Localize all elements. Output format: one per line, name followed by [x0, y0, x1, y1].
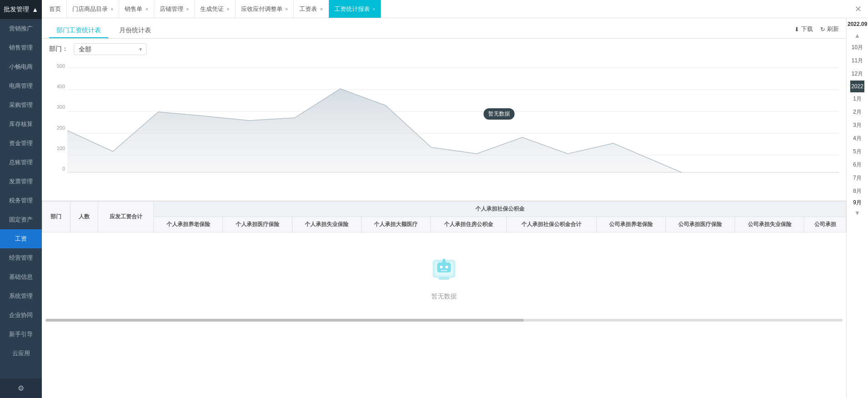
- tab-close-icon-生成凭证[interactable]: ×: [227, 6, 229, 12]
- month-3月[interactable]: 3月: [850, 119, 864, 132]
- table-section[interactable]: 部门 人数 应发工资合计 个人承担社保公积金 个人承担养老保险个人承担医疗保险个…: [42, 201, 846, 398]
- svg-point-15: [445, 266, 448, 268]
- sidebar-title: 批发管理: [4, 5, 29, 14]
- tab-close-icon-工资表[interactable]: ×: [320, 6, 323, 12]
- month-7月[interactable]: 7月: [850, 171, 864, 185]
- sidebar-item-发票管理[interactable]: 发票管理: [0, 172, 42, 191]
- sidebar-item-基础信息[interactable]: 基础信息: [0, 267, 42, 287]
- month-1月[interactable]: 1月: [850, 92, 864, 106]
- col-个人承担失业保险: 个人承担失业保险: [292, 217, 361, 232]
- tab-close-icon-应收应付调整单[interactable]: ×: [285, 6, 288, 12]
- empty-text: 暂无数据: [431, 292, 457, 301]
- month-6月[interactable]: 6月: [850, 158, 864, 171]
- tab-工资表[interactable]: 工资表×: [294, 0, 328, 18]
- right-panel: 2022.09 ▲ 10月11月12月20221月2月3月4月5月6月7月8月9…: [846, 18, 868, 398]
- year-label-2022[interactable]: 2022: [850, 81, 864, 92]
- refresh-button[interactable]: ↻ 刷新: [820, 25, 839, 33]
- col-个人承担养老保险: 个人承担养老保险: [154, 217, 223, 232]
- refresh-icon: ↻: [820, 26, 825, 33]
- month-2022-11月[interactable]: 11月: [850, 54, 864, 67]
- right-panel-year-label[interactable]: 2022.09: [847, 18, 868, 30]
- col-公司承担养老保险: 公司承担养老保险: [596, 217, 666, 232]
- sidebar-item-总账管理[interactable]: 总账管理: [0, 153, 42, 172]
- right-panel-up-arrow[interactable]: ▲: [853, 30, 863, 41]
- sidebar-item-电商管理[interactable]: 电商管理: [0, 76, 42, 96]
- tab-close-icon-工资统计报表[interactable]: ×: [373, 6, 375, 12]
- department-select-wrapper: 全部: [74, 43, 146, 55]
- month-2022-10月[interactable]: 10月: [850, 41, 864, 54]
- svg-rect-16: [441, 270, 447, 271]
- sub-tabs-actions: ⬇ 下载 ↻ 刷新: [794, 25, 839, 37]
- sidebar-item-新手引导[interactable]: 新手引导: [0, 325, 42, 344]
- col-total-salary: 应发工资合计: [98, 202, 154, 232]
- svg-rect-17: [442, 261, 446, 263]
- close-all-tabs-button[interactable]: ✕: [850, 4, 866, 14]
- col-公司承担医疗保险: 公司承担医疗保险: [666, 217, 735, 232]
- sidebar-item-经营管理[interactable]: 经营管理: [0, 248, 42, 267]
- sidebar-item-小畅电商[interactable]: 小畅电商: [0, 57, 42, 76]
- page-content: 部门工资统计表月份统计表 ⬇ 下载 ↻ 刷新 部门：: [42, 18, 846, 398]
- tab-bar: 首页门店商品目录×销售单×店铺管理×生成凭证×应收应付调整单×工资表×工资统计报…: [42, 0, 868, 18]
- month-8月[interactable]: 8月: [850, 185, 864, 198]
- tab-销售单[interactable]: 销售单×: [119, 0, 154, 18]
- month-5月[interactable]: 5月: [850, 145, 864, 158]
- sidebar-item-税务管理[interactable]: 税务管理: [0, 191, 42, 210]
- col-个人承担社保公积金合计: 个人承担社保公积金合计: [507, 217, 596, 232]
- col-个人承担医疗保险: 个人承担医疗保险: [223, 217, 292, 232]
- tab-close-icon-店铺管理[interactable]: ×: [186, 6, 189, 12]
- main-area: 首页门店商品目录×销售单×店铺管理×生成凭证×应收应付调整单×工资表×工资统计报…: [42, 0, 868, 398]
- sidebar-item-固定资产[interactable]: 固定资产: [0, 210, 42, 229]
- download-icon: ⬇: [794, 26, 799, 33]
- y-label-100: 100: [57, 146, 65, 151]
- col-个人承担大额医疗: 个人承担大额医疗: [361, 217, 430, 232]
- tab-应收应付调整单[interactable]: 应收应付调整单×: [236, 0, 294, 18]
- tab-close-icon-销售单[interactable]: ×: [145, 6, 148, 12]
- month-active-9月[interactable]: 9月: [853, 199, 862, 207]
- sidebar-header[interactable]: 批发管理 ▲: [0, 0, 42, 19]
- tab-生成凭证[interactable]: 生成凭证×: [195, 0, 235, 18]
- col-公司承担: 公司承担: [804, 217, 846, 232]
- download-label: 下载: [801, 25, 813, 33]
- empty-icon: [426, 251, 462, 287]
- tab-店铺管理[interactable]: 店铺管理×: [154, 0, 195, 18]
- month-4月[interactable]: 4月: [850, 132, 864, 145]
- y-label-500: 500: [57, 63, 65, 69]
- tab-close-icon-门店商品目录[interactable]: ×: [111, 6, 113, 12]
- right-panel-down-arrow[interactable]: ▼: [853, 207, 863, 218]
- svg-point-18: [443, 259, 445, 261]
- sidebar-item-资金管理[interactable]: 资金管理: [0, 134, 42, 153]
- col-个人承担住房公积金: 个人承担住房公积金: [430, 217, 506, 232]
- tab-首页[interactable]: 首页: [44, 0, 67, 18]
- sidebar-item-工资[interactable]: 工资: [0, 229, 42, 248]
- sidebar-item-营销推广[interactable]: 营销推广: [0, 19, 42, 38]
- col-公司承担失业保险: 公司承担失业保险: [735, 217, 804, 232]
- month-2月[interactable]: 2月: [850, 106, 864, 119]
- sidebar: 批发管理 ▲ 营销推广销售管理小畅电商电商管理采购管理库存核算资金管理总账管理发…: [0, 0, 42, 398]
- sidebar-item-采购管理[interactable]: 采购管理: [0, 96, 42, 115]
- data-table: 部门 人数 应发工资合计 个人承担社保公积金 个人承担养老保险个人承担医疗保险个…: [42, 201, 846, 319]
- tab-工资统计报表[interactable]: 工资统计报表×: [329, 0, 381, 18]
- y-label-300: 300: [57, 104, 65, 110]
- department-filter-label: 部门：: [49, 45, 68, 53]
- sidebar-footer[interactable]: ⚙: [0, 378, 42, 398]
- content-area: 部门工资统计表月份统计表 ⬇ 下载 ↻ 刷新 部门：: [42, 18, 868, 398]
- sub-tab-部门工资统计表[interactable]: 部门工资统计表: [49, 24, 108, 38]
- download-button[interactable]: ⬇ 下载: [794, 25, 813, 33]
- sidebar-item-云应用[interactable]: 云应用: [0, 344, 42, 363]
- month-2022-12月[interactable]: 12月: [850, 67, 864, 81]
- scrollbar-thumb[interactable]: [45, 319, 524, 322]
- department-select[interactable]: 全部: [74, 43, 146, 55]
- sidebar-item-企业协同[interactable]: 企业协同: [0, 306, 42, 325]
- tab-门店商品目录[interactable]: 门店商品目录×: [67, 0, 119, 18]
- sub-tabs-bar: 部门工资统计表月份统计表 ⬇ 下载 ↻ 刷新: [42, 18, 846, 39]
- table-empty-row: 暂无数据: [42, 232, 846, 319]
- sidebar-item-库存核算[interactable]: 库存核算: [0, 115, 42, 134]
- sidebar-item-系统管理[interactable]: 系统管理: [0, 287, 42, 306]
- settings-icon: ⚙: [18, 384, 24, 392]
- col-group-personal: 个人承担社保公积金: [154, 202, 846, 217]
- chart-svg: [67, 63, 839, 177]
- y-label-200: 200: [57, 125, 65, 131]
- sidebar-item-销售管理[interactable]: 销售管理: [0, 38, 42, 57]
- refresh-label: 刷新: [827, 25, 839, 33]
- sub-tab-月份统计表[interactable]: 月份统计表: [112, 24, 158, 38]
